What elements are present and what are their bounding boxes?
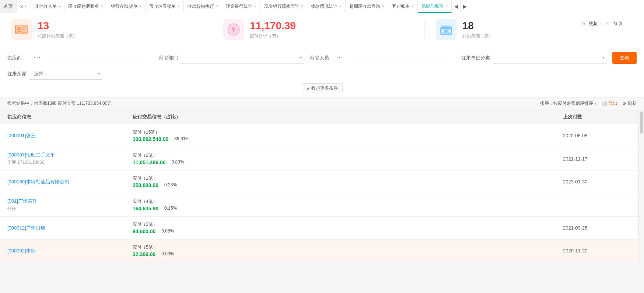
category-input-wrapper[interactable]: ▾ xyxy=(493,52,607,64)
supplier-link[interactable]: [001]广州荣轩 xyxy=(7,198,133,204)
close-icon[interactable]: × xyxy=(339,4,342,8)
filter-row-2: 往来余额 ▾ xyxy=(7,68,637,80)
close-icon[interactable]: × xyxy=(382,4,384,8)
transaction-cell: 应付（2笔） 94,600.00 0.08% xyxy=(133,221,563,234)
lastpay-cell: 2023-01-30 xyxy=(563,179,637,185)
export-icon: ⬜ xyxy=(602,101,607,106)
transaction-cell: 应付（4笔） 164,635.90 0.15% xyxy=(133,199,563,211)
tx-row: 11,051,486.00 9.89% xyxy=(133,159,563,165)
tx-info: 应付（2笔） 94,600.00 0.08% xyxy=(133,221,563,234)
svg-rect-7 xyxy=(442,26,451,29)
supplier-link[interactable]: [000002]李四 xyxy=(7,248,133,254)
svg-rect-8 xyxy=(440,25,453,26)
category-input[interactable] xyxy=(495,54,603,62)
table-row: [000012]广州贝瑞 应付（2笔） 94,600.00 0.08% 2021… xyxy=(0,217,644,239)
dept-input-wrapper[interactable]: ▾ xyxy=(181,52,304,64)
nav-tab-collection-label: 收款核销执行 xyxy=(188,3,214,10)
supplier-input[interactable] xyxy=(32,53,151,62)
scrollbar-thumb[interactable] xyxy=(640,111,643,134)
nav-tab-advance[interactable]: 预收冲应收单 × xyxy=(146,0,184,13)
close-icon[interactable]: × xyxy=(139,4,141,8)
nav-tab-overdue[interactable]: 超期应收款查询 × xyxy=(346,0,388,13)
close-icon[interactable]: × xyxy=(254,4,256,8)
close-icon[interactable]: × xyxy=(216,4,218,8)
chevron-up-icon: ∧ xyxy=(307,86,310,91)
supplier-link[interactable]: [000001]张三 xyxy=(7,132,133,139)
tx-row: 100,092,540.00 89.61% xyxy=(133,135,563,142)
supplier-link[interactable]: [000012]广州贝瑞 xyxy=(7,225,133,231)
tx-label: 应付（5笔） xyxy=(133,244,563,251)
nav-tab-adjustment-label: 应收应付调整单 xyxy=(68,3,99,10)
lastpay-cell: 2021-03-25 xyxy=(563,225,637,231)
close-icon[interactable]: × xyxy=(25,4,27,8)
nav-next-button[interactable]: ▶ xyxy=(461,0,469,13)
collapse-button[interactable]: ∧ 收起更多条件 xyxy=(302,83,343,93)
supplier-sub: 王通 17106110000 xyxy=(7,159,133,166)
nav-tab-cash-stat[interactable]: 现金银行统计 × xyxy=(222,0,260,13)
vertical-scrollbar[interactable] xyxy=(638,110,644,262)
nav-tab-bank-label: 银行存取款单 xyxy=(111,3,137,10)
balance-input-wrapper[interactable]: ▾ xyxy=(29,68,102,80)
query-button[interactable]: 查询 xyxy=(612,52,637,64)
summary-bar: 13 总应付供应商（家） ¥ 11,170.39 应付合计（万） xyxy=(0,13,644,46)
nav-prev-button[interactable]: ◀ xyxy=(452,0,461,13)
close-icon[interactable]: × xyxy=(59,4,61,8)
export-button[interactable]: ⬜ 导出 xyxy=(602,100,617,107)
nav-tab-home[interactable]: 首页 xyxy=(0,0,17,13)
nav-tab-supplier-ledger[interactable]: 供应商账本 × xyxy=(418,0,452,13)
tx-amount: 94,600.00 xyxy=(133,228,155,234)
supplier-link[interactable]: [000007]恒旺二手叉车 xyxy=(7,152,133,158)
person-input[interactable] xyxy=(334,53,453,62)
tx-info: 应付（5笔） 32,366.00 0.03% xyxy=(133,244,563,257)
help-link[interactable]: 帮助 xyxy=(613,21,622,27)
supplier-link[interactable]: [000100]本特勒油品有限公司 xyxy=(7,179,133,185)
nav-tab-customer-ledger[interactable]: 客户账本 × xyxy=(388,0,418,13)
close-icon[interactable]: × xyxy=(412,4,414,8)
tx-label: 应付（1笔） xyxy=(133,175,563,182)
close-icon[interactable]: × xyxy=(101,4,103,8)
tx-percent: 0.15% xyxy=(164,206,177,211)
nav-tab-collection[interactable]: 收款核销执行 × xyxy=(184,0,222,13)
table-row: [000002]李四 应付（5笔） 32,366.00 0.03% 2020-1… xyxy=(0,239,644,262)
sort-selector[interactable]: 排序：按应付余额倒序排序 ▾ xyxy=(540,100,596,107)
last-pay-date: 2020-11-20 xyxy=(563,248,588,254)
supplier-cell: [000007]恒旺二手叉车 王通 17106110000 xyxy=(7,152,133,166)
tx-percent: 0.23% xyxy=(164,182,177,187)
nav-tab-supplier-ledger-label: 供应商账本 xyxy=(421,3,444,9)
close-icon[interactable]: × xyxy=(445,4,448,8)
chevron-down-icon: ▾ xyxy=(602,56,604,60)
refresh-button[interactable]: ⟳ 刷新 xyxy=(623,100,637,107)
total-supplier-count: 18 xyxy=(462,20,493,32)
supplier-input-wrapper[interactable] xyxy=(29,51,153,64)
video-link[interactable]: 视频 xyxy=(589,21,598,27)
svg-rect-11 xyxy=(448,30,451,32)
supplier-cell: [001]广州荣轩 仔仔 xyxy=(7,198,133,212)
close-icon[interactable]: × xyxy=(301,4,304,8)
nav-tab-collection-stat[interactable]: 收款情况统计 × xyxy=(307,0,346,13)
nav-tab-other-income[interactable]: 其他收入单 × xyxy=(31,0,65,13)
summary-item-total-suppliers: 18 总供应商（家） ⊙ 视频 | ⊙ 帮助 xyxy=(425,19,637,40)
supplier-cell: [000012]广州贝瑞 xyxy=(7,225,133,231)
supplier-sub: 仔仔 xyxy=(7,206,133,212)
person-input-wrapper[interactable] xyxy=(332,51,455,64)
last-pay-date: 2021-11-17 xyxy=(563,156,588,162)
close-icon[interactable]: × xyxy=(178,4,180,8)
nav-tab-3[interactable]: 3 × xyxy=(17,0,31,13)
transaction-cell: 应付（15笔） 100,092,540.00 89.61% xyxy=(133,129,563,142)
chevron-down-icon: ▾ xyxy=(300,56,302,60)
nav-tab-home-label: 首页 xyxy=(4,3,13,10)
nav-tab-bank[interactable]: 银行存取款单 × xyxy=(107,0,146,13)
header-supplier: 供应商信息 xyxy=(7,114,133,120)
nav-tab-cash-flow[interactable]: 现金银行流水查询 × xyxy=(260,0,308,13)
data-table: 供应商信息 应付交易信息（占比） 上次付数 [000001]张三 应付（15笔）… xyxy=(0,110,644,262)
nav-tab-adjustment[interactable]: 应收应付调整单 × xyxy=(64,0,107,13)
chevron-down-icon: ▾ xyxy=(595,101,596,106)
svg-point-1 xyxy=(17,27,21,31)
dept-input[interactable] xyxy=(183,54,300,62)
circle-icon: ⊙ xyxy=(582,21,585,26)
nav-tab-advance-label: 预收冲应收单 xyxy=(149,3,176,10)
svg-rect-3 xyxy=(22,29,25,30)
nav-tab-overdue-label: 超期应收款查询 xyxy=(349,3,380,10)
refresh-label: 刷新 xyxy=(628,100,637,107)
balance-input[interactable] xyxy=(32,69,98,78)
